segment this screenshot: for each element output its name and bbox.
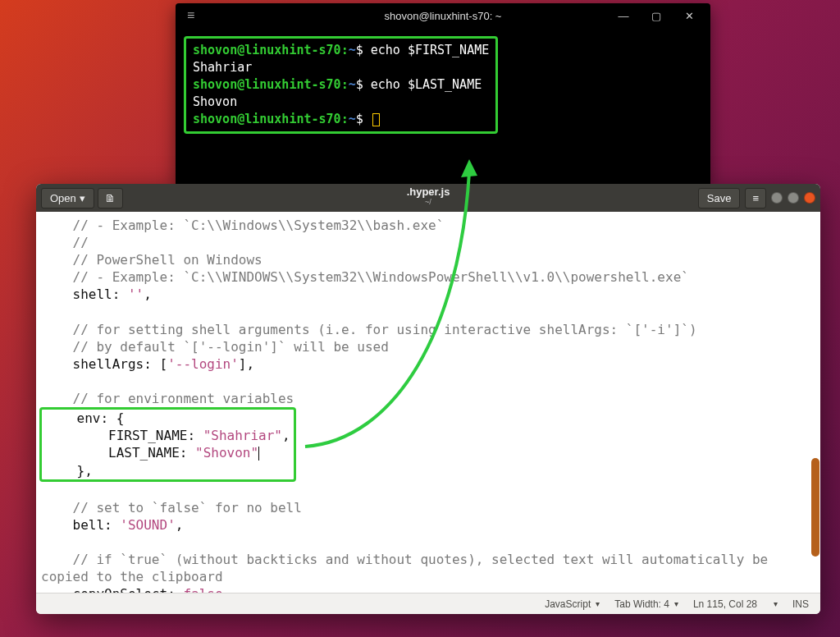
- terminal-cursor: [372, 113, 380, 126]
- code-comment: // by default `['--login']` will be used: [73, 339, 389, 355]
- code-comment: // - Example: `C:\\WINDOWS\\System32\\Wi…: [73, 269, 689, 285]
- open-button[interactable]: Open▾: [41, 188, 94, 209]
- code-comment: // for environment variables: [73, 391, 294, 406]
- status-language[interactable]: JavaScript: [545, 598, 600, 610]
- gedit-editor-window: Open▾ 🗎 .hyper.js ~/ Save ≡ // - Example…: [36, 184, 820, 614]
- code-key: shellArgs: [: [73, 356, 168, 372]
- status-dropdown[interactable]: [772, 599, 778, 608]
- text-cursor: [258, 447, 259, 461]
- code-comment: // - Example: `C:\\Windows\\System32\\ba…: [73, 218, 445, 233]
- close-button[interactable]: ✕: [673, 6, 705, 25]
- terminal-command: echo $LAST_NAME: [371, 77, 482, 92]
- prompt-symbol: $: [356, 112, 363, 126]
- code-comment: // PowerShell on Windows: [73, 252, 262, 268]
- code-string: '--login': [167, 356, 239, 372]
- code-key: },: [77, 463, 93, 479]
- new-tab-button[interactable]: 🗎: [98, 188, 123, 209]
- editor-statusbar: JavaScript Tab Width: 4 Ln 115, Col 28 I…: [36, 593, 820, 614]
- prompt-path: ~: [349, 77, 356, 92]
- code-comment: // if `true` (without backticks and with…: [73, 552, 776, 567]
- status-tab-width[interactable]: Tab Width: 4: [614, 598, 678, 610]
- terminal-content[interactable]: shovon@linuxhint-s70:~$ echo $FIRST_NAME…: [176, 28, 710, 139]
- minimize-button[interactable]: —: [607, 6, 640, 25]
- code-key: copyOnSelect:: [73, 586, 184, 593]
- scrollbar-thumb[interactable]: [811, 458, 819, 557]
- code-comment: copied to the clipboard: [41, 569, 223, 584]
- editor-header: Open▾ 🗎 .hyper.js ~/ Save ≡: [36, 184, 820, 212]
- hamburger-menu-button[interactable]: ≡: [745, 188, 766, 209]
- env-block-highlight: env: { FIRST_NAME: "Shahriar", LAST_NAME…: [39, 407, 296, 481]
- terminal-output-highlight: shovon@linuxhint-s70:~$ echo $FIRST_NAME…: [184, 36, 498, 134]
- code-key: bell:: [73, 517, 121, 533]
- code-string: "Shahriar": [203, 428, 282, 443]
- hamburger-icon: ≡: [752, 192, 759, 204]
- minimize-button[interactable]: [771, 192, 783, 204]
- prompt-user-host: shovon@linuxhint-s70: [193, 43, 341, 57]
- code-string: 'SOUND': [120, 517, 175, 533]
- prompt-user-host: shovon@linuxhint-s70: [193, 112, 341, 126]
- chevron-down-icon: ▾: [80, 192, 85, 204]
- editor-scrollbar[interactable]: [810, 212, 820, 593]
- code-string: '': [128, 286, 144, 302]
- maximize-button[interactable]: ▢: [640, 6, 673, 25]
- terminal-command: echo $FIRST_NAME: [371, 43, 490, 57]
- code-comment: // for setting shell arguments (i.e. for…: [73, 322, 697, 337]
- new-document-icon: 🗎: [105, 192, 116, 204]
- close-button[interactable]: [804, 192, 815, 204]
- editor-text-area[interactable]: // - Example: `C:\\Windows\\System32\\ba…: [36, 212, 820, 593]
- code-punct: ],: [239, 356, 254, 372]
- terminal-window-controls: — ▢ ✕: [607, 6, 705, 25]
- prompt-symbol: $: [356, 43, 363, 57]
- maximize-button[interactable]: [788, 192, 799, 204]
- code-key: FIRST_NAME:: [108, 428, 203, 443]
- terminal-output-line: Shovon: [193, 94, 489, 111]
- hyper-terminal-window: ≡ shovon@linuxhint-s70: ~ — ▢ ✕ shovon@l…: [176, 3, 710, 184]
- code-comment: // set to `false` for no bell: [73, 500, 302, 516]
- terminal-titlebar: ≡ shovon@linuxhint-s70: ~ — ▢ ✕: [176, 3, 710, 28]
- prompt-path: ~: [349, 43, 356, 57]
- code-key: shell:: [73, 286, 128, 302]
- status-cursor-position: Ln 115, Col 28: [693, 598, 757, 610]
- terminal-output-line: Shahriar: [193, 59, 489, 76]
- code-key: LAST_NAME:: [108, 445, 195, 461]
- open-label: Open: [50, 192, 76, 204]
- save-button[interactable]: Save: [698, 188, 741, 209]
- code-const: false: [183, 586, 222, 593]
- code-string: "Shovon": [195, 445, 258, 461]
- code-comment: //: [73, 235, 89, 250]
- prompt-symbol: $: [356, 77, 363, 92]
- prompt-user-host: shovon@linuxhint-s70: [193, 77, 341, 92]
- status-insert-mode[interactable]: INS: [792, 598, 809, 610]
- code-key: env: {: [77, 410, 125, 426]
- prompt-path: ~: [349, 112, 356, 126]
